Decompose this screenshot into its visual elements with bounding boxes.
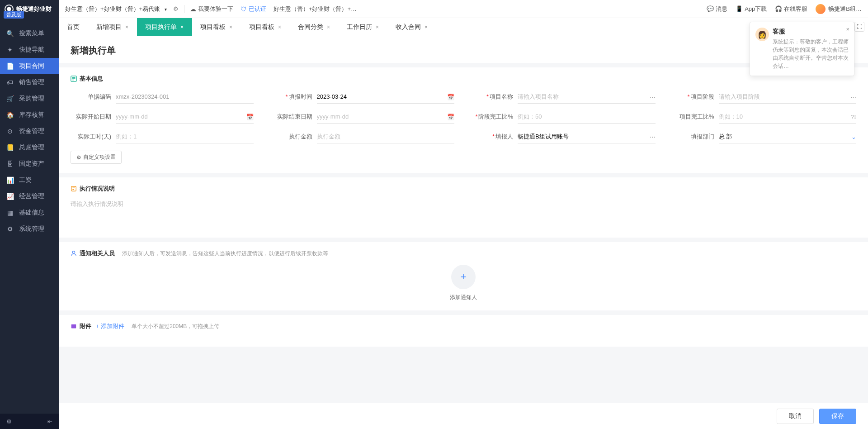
exec-amount-input[interactable] [317,130,455,143]
sidebar-item-4[interactable]: 🛒采购管理 [0,91,59,107]
tab-3[interactable]: 项目看板× [192,18,241,36]
tab-4[interactable]: 项目看板× [241,18,290,36]
tab-6[interactable]: 工作日历× [339,18,387,36]
calendar-icon[interactable]: 📅 [246,114,254,120]
product-switcher[interactable]: 好生意（普）+好业财（普）+易代账 ▾ [65,5,167,13]
custom-fields-button[interactable]: ⚙自定义项设置 [71,151,122,164]
sidebar-item-1[interactable]: ✦快捷导航 [0,42,59,58]
tab-close-icon[interactable]: × [180,24,184,30]
chevron-down-icon[interactable]: ⌄ [851,133,856,140]
popover-body: 系统提示：尊敬的客户，工程师仍未等到您的回复，本次会话已由系统自动断开。辛苦您对… [773,38,849,70]
help-icon[interactable]: ?⃝ [851,114,856,120]
tab-0[interactable]: 首页 [59,18,88,36]
tab-close-icon[interactable]: × [278,24,281,30]
add-attachment-button[interactable]: + 添加附件 [96,322,124,330]
support-link[interactable]: 🎧在线客服 [775,5,807,13]
attach-hint: 单个大小不超过200MB，可拖拽上传 [132,323,219,330]
gear-icon[interactable]: ⚙ [173,5,179,12]
calendar-icon[interactable]: 📅 [447,94,454,100]
add-person-button[interactable]: + [451,265,476,289]
chevron-down-icon: ▾ [165,7,167,12]
project-stage-input[interactable] [719,90,857,104]
start-date-input[interactable] [116,110,254,124]
shield-icon: 🛡 [241,5,247,13]
book-icon: 📒 [6,144,14,151]
sidebar-item-11[interactable]: ▦基础信息 [0,205,59,221]
sidebar-item-5[interactable]: 🏠库存核算 [0,107,59,123]
collapse-icon[interactable]: ⇤ [47,418,52,425]
more-icon[interactable]: ⋯ [850,94,856,100]
sidebar-item-3[interactable]: 🏷销售管理 [0,74,59,91]
cancel-button[interactable]: 取消 [777,409,814,424]
dept-select[interactable] [719,130,857,143]
agent-avatar-icon: 👩 [755,28,769,41]
archive-icon: 🗄 [6,160,14,167]
project-pct-input[interactable] [719,110,857,124]
messages-link[interactable]: 💬消息 [707,5,727,13]
section-title: 附件 [80,322,91,330]
work-days-input[interactable] [116,130,254,143]
desc-textarea[interactable] [71,200,856,227]
attach-card: 附件 + 添加附件 单个大小不超过200MB，可拖拽上传 [59,315,868,347]
code-input[interactable] [116,90,254,104]
edition-badge: 普及版 [4,11,24,19]
verified-badge[interactable]: 🛡 已认证 [241,5,266,13]
section-title: 基本信息 [80,75,103,83]
file-icon: 📄 [6,62,14,70]
fill-date-input[interactable] [317,90,455,104]
try-link[interactable]: ☁ 我要体验一下 [190,5,233,13]
fullscreen-button[interactable]: ⛶ [854,22,864,32]
sidebar-item-0[interactable]: 🔍搜索菜单 [0,25,59,42]
wage-icon: 📊 [6,176,14,184]
money-icon: ⊙ [6,128,14,135]
content: 新增执行单 基本信息 单据编码 *填报时间📅 *项目名称⋯ *项目阶段⋯ 实际开… [59,36,868,429]
section-icon [71,186,77,192]
project-name-input[interactable] [518,90,656,104]
sidebar-item-7[interactable]: 📒总账管理 [0,139,59,156]
house-icon: 🏠 [6,111,14,119]
sidebar-item-2[interactable]: 📄项目合同 [0,58,59,74]
tab-close-icon[interactable]: × [125,24,128,30]
section-icon [71,250,77,257]
tab-close-icon[interactable]: × [425,24,428,30]
reporter-input[interactable] [518,130,656,143]
tab-5[interactable]: 合同分类× [290,18,339,36]
stage-pct-input[interactable] [518,110,656,124]
end-date-input[interactable] [317,110,455,124]
tab-close-icon[interactable]: × [327,24,330,30]
svg-rect-3 [71,324,76,329]
user-menu[interactable]: 畅捷通B组… [816,4,862,14]
download-link[interactable]: 📱App下载 [736,5,767,13]
notify-card: 通知相关人员 添加通知人后，可发送消息，告知这些人当前执行进度情况，以便进行后续… [59,242,868,310]
popover-close[interactable]: × [846,26,849,33]
sidebar-item-10[interactable]: 📈经营管理 [0,188,59,205]
save-button[interactable]: 保存 [819,409,856,424]
more-icon[interactable]: ⋯ [650,94,656,100]
page-title: 新增执行单 [59,36,868,63]
sidebar-item-12[interactable]: ⚙系统管理 [0,221,59,237]
tag-icon: 🏷 [6,79,14,86]
headset-icon: 🎧 [775,5,782,12]
section-title: 通知相关人员 [80,249,115,257]
tab-2[interactable]: 项目执行单× [137,18,192,36]
tab-1[interactable]: 新增项目× [88,18,137,36]
tab-7[interactable]: 收入合同× [387,18,436,36]
topbar: 好生意（普）+好业财（普）+易代账 ▾ ⚙ ☁ 我要体验一下 🛡 已认证 好生意… [59,0,868,18]
tabbar: 首页新增项目×项目执行单×项目看板×项目看板×合同分类×工作日历×收入合同× ×… [59,18,868,36]
sidebar-item-9[interactable]: 📊工资 [0,172,59,188]
tab-close-icon[interactable]: × [376,24,379,30]
more-icon[interactable]: ⋯ [650,133,656,140]
settings-icon[interactable]: ⚙ [6,418,12,425]
popover-title: 客服 [773,28,849,36]
svg-rect-1 [71,186,76,191]
product-also[interactable]: 好生意（普）+好业财（普）+… [274,5,357,13]
support-popover: × 👩 客服 系统提示：尊敬的客户，工程师仍未等到您的回复，本次会话已由系统自动… [750,22,854,76]
cart-icon: 🛒 [6,95,14,102]
calendar-icon[interactable]: 📅 [447,114,454,120]
sidebar: 畅捷通好业财 普及版 🔍搜索菜单✦快捷导航📄项目合同🏷销售管理🛒采购管理🏠库存核… [0,0,59,429]
sidebar-item-8[interactable]: 🗄固定资产 [0,156,59,172]
sidebar-item-6[interactable]: ⊙资金管理 [0,123,59,139]
avatar [816,4,826,14]
tab-close-icon[interactable]: × [229,24,232,30]
section-icon [71,323,77,329]
